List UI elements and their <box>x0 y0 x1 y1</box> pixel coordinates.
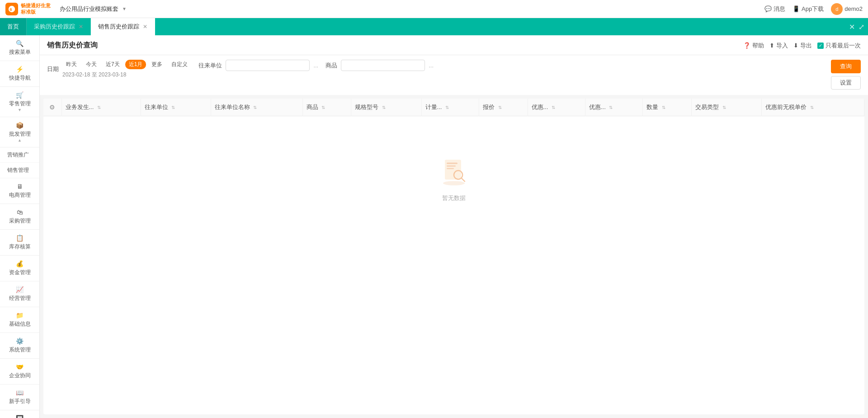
app-center-icon: 🔲 <box>16 415 24 418</box>
import-icon: ⬆ <box>769 42 774 49</box>
sort-unit-icon: ⇅ <box>445 105 449 110</box>
sort-price-icon: ⇅ <box>498 105 502 110</box>
tab-purchase-history[interactable]: 采购历史价跟踪 ✕ <box>27 18 91 35</box>
page-title-row: 销售历史价查询 ❓ 帮助 ⬆ 导入 ⬇ 导出 <box>47 41 861 50</box>
sidebar-item-basic-info[interactable]: 📁 基础信息 <box>0 307 39 333</box>
col-price[interactable]: 报价 ⇅ <box>479 99 528 116</box>
tab-maximize-button[interactable]: ⤢ <box>859 23 864 31</box>
main-layout: 🔍 搜索菜单 ⚡ 快捷导航 🛒 零售管理 ▼ 📦 批发管理 ▲ 营销推广 销售管… <box>0 35 868 418</box>
table-container: ⚙ 业务发生... ⇅ 往来单位 ⇅ 往来单位名称 ⇅ <box>43 99 864 414</box>
enterprise-collab-icon: 🤝 <box>16 363 24 370</box>
logo-text: 畅捷通好生意 标准版 <box>21 3 51 14</box>
sidebar-item-system-mgmt[interactable]: ⚙️ 系统管理 <box>0 333 39 359</box>
date-options: 昨天 今天 近7天 近1月 更多 自定义 <box>62 60 191 69</box>
empty-illustration <box>436 152 472 189</box>
sort-counterpart-name-icon: ⇅ <box>253 105 257 110</box>
wholesale-arrow-icon: ▲ <box>18 138 22 142</box>
message-icon: 💬 <box>764 5 772 12</box>
finance-icon: 💰 <box>16 260 24 267</box>
sidebar-sub-marketing[interactable]: 营销推广 <box>0 147 39 163</box>
counterpart-filter-group: 往来单位 ... <box>198 60 318 71</box>
only-last-checkbox[interactable]: 只看最后一次 <box>817 42 861 50</box>
query-button[interactable]: 查询 <box>831 60 861 73</box>
counterpart-input[interactable] <box>226 60 310 71</box>
sidebar-item-retail-mgmt[interactable]: 🛒 零售管理 ▼ <box>0 87 39 117</box>
tab-close-purchase[interactable]: ✕ <box>79 24 83 30</box>
sidebar-item-enterprise-collab[interactable]: 🤝 企业协同 <box>0 359 39 385</box>
table-header-row: ⚙ 业务发生... ⇅ 往来单位 ⇅ 往来单位名称 ⇅ <box>43 99 864 116</box>
counterpart-label: 往来单位 <box>198 62 222 70</box>
sidebar-item-new-user[interactable]: 📖 新手引导 <box>0 385 39 410</box>
col-discount2[interactable]: 优惠... ⇅ <box>585 99 642 116</box>
app-download-button[interactable]: 📱 App下载 <box>793 5 824 13</box>
tab-sales-history[interactable]: 销售历史价跟踪 ✕ <box>91 18 155 35</box>
col-pre-tax-price[interactable]: 优惠前无税单价 ⇅ <box>762 99 864 116</box>
sort-pre-tax-icon: ⇅ <box>810 105 814 110</box>
page-header: 销售历史价查询 ❓ 帮助 ⬆ 导入 ⬇ 导出 <box>40 35 868 55</box>
sort-quantity-icon: ⇅ <box>662 105 665 110</box>
page-actions: ❓ 帮助 ⬆ 导入 ⬇ 导出 只看最后一次 <box>743 42 861 50</box>
settings-button[interactable]: 设置 <box>831 76 861 90</box>
sidebar-item-app-center[interactable]: 🔲 应用中心 <box>0 410 39 418</box>
action-buttons: 查询 设置 <box>831 60 861 90</box>
top-bar-left: 6 畅捷通好生意 标准版 办公用品行业模拟账套 ▼ <box>5 3 127 15</box>
tab-close-sales[interactable]: ✕ <box>143 24 147 30</box>
data-table: ⚙ 业务发生... ⇅ 往来单位 ⇅ 往来单位名称 ⇅ <box>43 99 864 238</box>
app-dropdown[interactable]: 办公用品行业模拟账套 ▼ <box>60 5 127 13</box>
sort-goods-icon: ⇅ <box>321 105 325 110</box>
logo-area: 6 畅捷通好生意 标准版 <box>5 3 51 15</box>
help-button[interactable]: ❓ 帮助 <box>743 42 764 50</box>
empty-state: 暂无数据 <box>43 116 864 238</box>
sidebar-item-search-menu[interactable]: 🔍 搜索菜单 <box>0 35 39 61</box>
date-opt-today[interactable]: 今天 <box>82 60 100 69</box>
download-icon: 📱 <box>793 5 800 12</box>
sidebar-item-inventory[interactable]: 📋 库存核算 <box>0 230 39 256</box>
sidebar-item-operations[interactable]: 📈 经营管理 <box>0 281 39 307</box>
content-area: 销售历史价查询 ❓ 帮助 ⬆ 导入 ⬇ 导出 <box>40 35 868 418</box>
goods-more-icon[interactable]: ... <box>429 62 434 69</box>
col-discount1[interactable]: 优惠... ⇅ <box>528 99 585 116</box>
sidebar-sub-sales-mgmt[interactable]: 销售管理 <box>0 163 39 178</box>
date-opt-custom[interactable]: 自定义 <box>168 60 191 69</box>
search-menu-icon: 🔍 <box>16 40 24 47</box>
sidebar-item-wholesale-mgmt[interactable]: 📦 批发管理 ▲ <box>0 117 39 147</box>
page-title: 销售历史价查询 <box>47 41 98 50</box>
tab-bar-controls: ✕ ⤢ <box>849 18 868 35</box>
gear-icon[interactable]: ⚙ <box>49 104 55 111</box>
sort-trade-type-icon: ⇅ <box>722 105 726 110</box>
user-menu[interactable]: d demo2 <box>831 3 863 15</box>
quick-nav-icon: ⚡ <box>16 66 24 73</box>
goods-label: 商品 <box>326 62 337 70</box>
export-icon: ⬇ <box>793 42 798 49</box>
col-trade-type[interactable]: 交易类型 ⇅ <box>691 99 761 116</box>
sidebar-item-purchase-mgmt[interactable]: 🛍 采购管理 <box>0 204 39 230</box>
col-goods[interactable]: 商品 ⇅ <box>302 99 351 116</box>
col-spec[interactable]: 规格型号 ⇅ <box>351 99 421 116</box>
col-quantity[interactable]: 数量 ⇅ <box>643 99 692 116</box>
top-bar: 6 畅捷通好生意 标准版 办公用品行业模拟账套 ▼ 💬 消息 📱 App下载 d… <box>0 0 868 18</box>
date-opt-1month[interactable]: 近1月 <box>125 60 146 69</box>
import-button[interactable]: ⬆ 导入 <box>769 42 788 50</box>
sort-counterpart-icon: ⇅ <box>171 105 175 110</box>
sidebar-item-ecommerce[interactable]: 🖥 电商管理 <box>0 178 39 204</box>
wholesale-mgmt-icon: 📦 <box>16 122 24 129</box>
date-opt-7days[interactable]: 近7天 <box>102 60 123 69</box>
message-button[interactable]: 💬 消息 <box>764 5 785 13</box>
tab-home[interactable]: 首页 <box>0 18 27 35</box>
date-opt-yesterday[interactable]: 昨天 <box>62 60 80 69</box>
col-counterpart[interactable]: 往来单位 ⇅ <box>141 99 211 116</box>
date-opt-more[interactable]: 更多 <box>148 60 166 69</box>
logo-icon: 6 <box>5 3 18 15</box>
goods-input[interactable] <box>341 60 425 71</box>
export-button[interactable]: ⬇ 导出 <box>793 42 812 50</box>
table-body: 暂无数据 <box>43 116 864 239</box>
counterpart-more-icon[interactable]: ... <box>313 62 318 69</box>
col-biz-date[interactable]: 业务发生... ⇅ <box>61 99 141 116</box>
svg-rect-5 <box>447 166 456 166</box>
empty-state-row: 暂无数据 <box>43 116 864 239</box>
col-unit[interactable]: 计量... ⇅ <box>421 99 479 116</box>
tab-close-all-button[interactable]: ✕ <box>849 23 855 31</box>
col-counterpart-name[interactable]: 往来单位名称 ⇅ <box>211 99 302 116</box>
sidebar-item-finance[interactable]: 💰 资金管理 <box>0 256 39 281</box>
sidebar-item-quick-nav[interactable]: ⚡ 快捷导航 <box>0 61 39 87</box>
